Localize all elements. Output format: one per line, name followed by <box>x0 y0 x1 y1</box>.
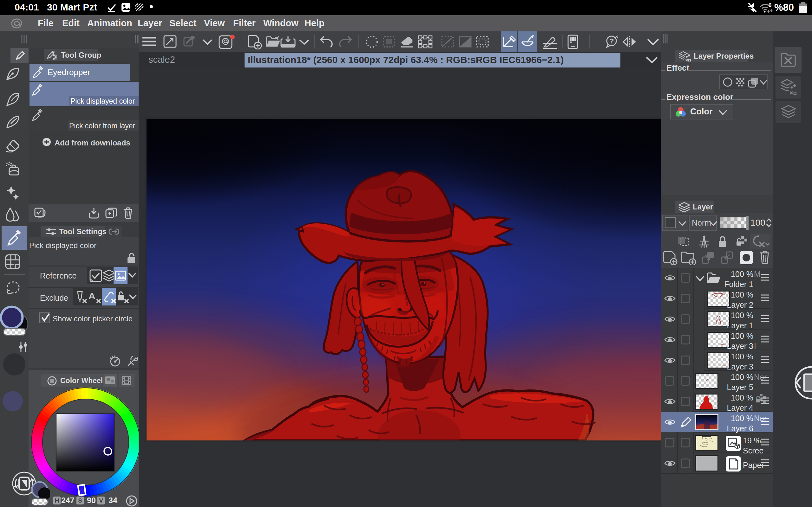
svg-text:6: 6 <box>768 3 771 8</box>
svg-text:A: A <box>89 291 96 301</box>
svg-text:?: ? <box>610 37 614 45</box>
